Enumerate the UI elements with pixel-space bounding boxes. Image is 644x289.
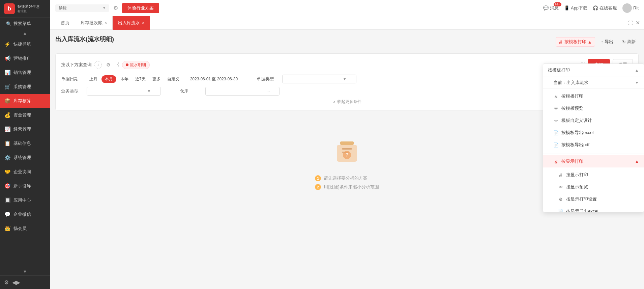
refresh-button[interactable]: ↻ 刷新	[619, 37, 639, 46]
maximize-icon[interactable]: ⛶	[628, 20, 633, 26]
app-logo: b 畅捷通好生意 标准版	[0, 0, 50, 18]
sidebar-item-label: 营销推广	[13, 55, 31, 61]
empty-illustration: ?	[330, 135, 364, 168]
dropdown-scroll-area: 当前：出入库流水 ▼ 🖨 按模板打印 👁 按模板预览 ✏ 模板自定	[543, 77, 644, 212]
window-close-icon[interactable]: ✕	[636, 20, 640, 26]
date-tab-more[interactable]: 更多	[150, 75, 163, 83]
tab-batch-account-close-icon[interactable]: ×	[105, 21, 107, 25]
tab-flow-close-icon[interactable]: ×	[142, 21, 144, 25]
sidebar-item-apps[interactable]: 🔲 应用中心	[0, 193, 50, 207]
filter-setting-button[interactable]: ⚙	[105, 61, 112, 69]
template-print-section: 🖨 按模板打印 👁 按模板预览 ✏ 模板自定义设计 📄 按模板导出excel	[543, 89, 644, 152]
filter-tag[interactable]: 流水明细	[122, 61, 150, 69]
dropdown-item-display-print-settings[interactable]: ⚙ 按显示打印设置	[543, 193, 644, 205]
sidebar-item-quick-nav[interactable]: ⚡ 快捷导航	[0, 37, 50, 51]
dropdown-current-arrow: ▼	[635, 80, 639, 85]
sidebar-item-system[interactable]: ⚙️ 系统管理	[0, 151, 50, 165]
scroll-down-arrow[interactable]: ▼	[0, 268, 50, 275]
date-tab-last-month[interactable]: 上月	[87, 75, 100, 83]
filter-add-button[interactable]: +	[94, 61, 102, 69]
tabs-bar: 首页 库存批次账 × 出入库流水 × ⛶ ✕	[50, 16, 644, 30]
settings-bottom-icon[interactable]: ⚙	[4, 279, 9, 286]
dropdown-display-print-header[interactable]: 🖨 按显示打印 ▲	[543, 155, 644, 167]
biz-type-select-wrap[interactable]: ▼	[87, 87, 161, 96]
doc-type-chevron-icon: ▼	[343, 77, 347, 81]
display-preview-icon: 👁	[558, 184, 563, 190]
display-settings-icon: ⚙	[558, 196, 563, 202]
sidebar-item-purchase[interactable]: 🛒 采购管理	[0, 80, 50, 94]
online-service-label: 在线客服	[599, 5, 617, 11]
dropdown-item-display-print[interactable]: 🖨 按显示打印	[543, 169, 644, 181]
date-tab-this-year[interactable]: 本年	[118, 75, 131, 83]
sidebar-item-label: 基础信息	[13, 140, 31, 147]
tab-batch-account[interactable]: 库存批次账 ×	[75, 16, 113, 30]
topbar-gear-icon[interactable]: ⚙	[113, 5, 118, 11]
doc-type-select[interactable]: ▼	[282, 75, 356, 83]
date-tab-this-month[interactable]: 本月	[101, 75, 116, 83]
warehouse-more-icon[interactable]: ···	[266, 89, 270, 94]
message-button[interactable]: 💬 消息 99+	[543, 5, 559, 11]
export-label: 导出	[605, 39, 613, 45]
sidebar-item-enterprise[interactable]: 🤝 企业协同	[0, 165, 50, 179]
dropdown-item-label: 按显示打印	[566, 172, 588, 178]
tab-expand-area: ⛶ ✕	[624, 20, 644, 26]
system-icon: ⚙️	[4, 154, 11, 161]
empty-steps-container: 1 请先选择要分析的方案 2 用[过滤]条件来缩小分析范围	[315, 174, 379, 191]
online-service-button[interactable]: 🎧 在线客服	[593, 5, 617, 11]
biz-type-filter-label: 业务类型	[61, 88, 81, 94]
dropdown-item-template-custom[interactable]: ✏ 模板自定义设计	[543, 114, 644, 127]
sidebar-item-finance[interactable]: 💰 资金管理	[0, 108, 50, 122]
dropdown-item-display-export-excel[interactable]: 📄 按显示导出excel	[543, 205, 644, 212]
collapse-sidebar-icon[interactable]: ◀▶	[12, 279, 20, 286]
date-tab-7days[interactable]: 近7天	[133, 75, 148, 83]
guide-icon: 🎯	[4, 183, 11, 189]
user-profile-button[interactable]: Rit	[622, 3, 639, 13]
refresh-icon: ↻	[622, 40, 626, 45]
date-tab-custom[interactable]: 自定义	[165, 75, 182, 83]
filter-collapse-left-button[interactable]: 《	[115, 62, 119, 68]
sidebar-item-guide[interactable]: 🎯 新手引导	[0, 179, 50, 193]
dropdown-item-template-export-pdf[interactable]: 📄 按模板导出pdf	[543, 139, 644, 151]
scroll-up-arrow[interactable]: ▲	[0, 29, 50, 37]
tab-flow[interactable]: 出入库流水 ×	[113, 16, 150, 30]
sidebar-item-label: 应用中心	[13, 197, 31, 203]
sidebar-item-inventory[interactable]: 📦 库存核算	[0, 94, 50, 108]
dropdown-display-print-label: 按显示打印	[561, 158, 583, 164]
message-icon: 💬	[543, 5, 549, 10]
svg-rect-2	[342, 148, 352, 150]
biz-type-select[interactable]: ▼	[87, 87, 161, 96]
export-button[interactable]: ↑ 导出	[598, 37, 616, 46]
trial-button[interactable]: 体验行业方案	[122, 3, 159, 13]
wechat-icon: 💬	[4, 211, 11, 218]
dropdown-item-template-export-excel[interactable]: 📄 按模板导出excel	[543, 127, 644, 139]
app-download-button[interactable]: 📱 App下载	[564, 5, 587, 11]
sidebar-item-sales[interactable]: 📊 销售管理	[0, 65, 50, 80]
doc-type-select-wrap[interactable]: ▼	[282, 75, 356, 83]
search-menu-item[interactable]: 🔍 搜索菜单	[0, 18, 50, 29]
sidebar: b 畅捷通好生意 标准版 🔍 搜索菜单 ▲ ⚡ 快捷导航 📢 营销推广 📊 销售…	[0, 0, 50, 289]
sidebar-item-members[interactable]: 👑 畅会员	[0, 221, 50, 236]
sidebar-item-basic[interactable]: 📋 基础信息	[0, 136, 50, 151]
warehouse-select-wrap[interactable]: ···	[205, 87, 280, 96]
warehouse-select[interactable]: ···	[205, 87, 280, 96]
search-icon: 🔍	[6, 21, 11, 26]
tab-home[interactable]: 首页	[55, 16, 75, 30]
dropdown-item-display-preview[interactable]: 👁 按显示预览	[543, 181, 644, 193]
dropdown-item-label: 模板自定义设计	[561, 117, 592, 124]
sidebar-item-label: 销售管理	[13, 70, 31, 76]
dropdown-item-template-preview[interactable]: 👁 按模板预览	[543, 102, 644, 114]
inventory-icon: 📦	[4, 98, 11, 104]
topbar-search-input[interactable]	[59, 6, 101, 10]
sidebar-item-wechat[interactable]: 💬 企业微信	[0, 207, 50, 221]
print-icon: 🖨	[559, 40, 563, 45]
sidebar-item-marketing[interactable]: 📢 营销推广	[0, 51, 50, 65]
display-excel-icon: 📄	[558, 209, 563, 212]
sidebar-item-label: 库存核算	[13, 98, 31, 104]
dropdown-divider	[543, 154, 644, 154]
dropdown-collapse-icon[interactable]: ▲	[635, 68, 639, 73]
dropdown-item-label: 按显示导出excel	[566, 208, 598, 212]
topbar-search-wrap[interactable]: ▼	[55, 4, 109, 12]
print-template-button[interactable]: 🖨 按模板打印 ▲	[556, 37, 595, 47]
dropdown-item-template-print[interactable]: 🖨 按模板打印	[543, 90, 644, 102]
sidebar-item-operations[interactable]: 📈 经营管理	[0, 122, 50, 136]
